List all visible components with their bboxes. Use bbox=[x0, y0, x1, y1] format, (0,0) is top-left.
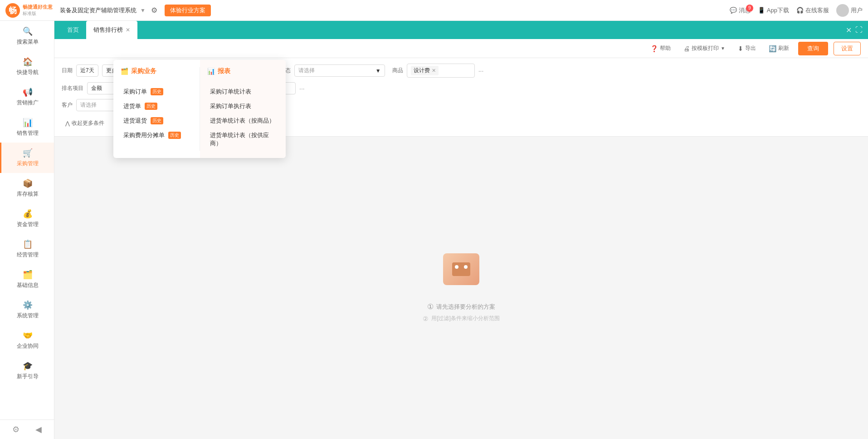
purchase-menu-section: 🗂️ 采购业务 采购订单 历史 进货单 历史 进货退货 历史 采购费用分摊单 bbox=[113, 60, 200, 158]
tab-expand-icon[interactable]: ⛶ bbox=[855, 26, 863, 34]
help-label: 帮助 bbox=[660, 44, 671, 52]
sidebar-item-quick-nav[interactable]: 🏠 快捷导航 bbox=[0, 51, 54, 82]
tab-close-all-icon[interactable]: ✕ bbox=[846, 26, 852, 35]
sidebar-label-purchase: 采购管理 bbox=[17, 160, 39, 168]
content-area: 首页 销售排行榜 ✕ ✕ ⛶ ❓ 帮助 🖨 按模板打印 ▼ ⬇ bbox=[54, 21, 868, 439]
report-section-icon: 📊 bbox=[207, 68, 215, 75]
tab-close-icon[interactable]: ✕ bbox=[126, 27, 130, 33]
doc-status-select[interactable]: 请选择 ▼ bbox=[294, 64, 385, 77]
goods-tag: 设计费 ✕ bbox=[411, 66, 439, 75]
sidebar-label-inventory: 库存核算 bbox=[17, 190, 39, 198]
staff-more-btn[interactable]: ··· bbox=[299, 85, 305, 92]
goods-tag-close[interactable]: ✕ bbox=[432, 68, 436, 74]
user-avatar bbox=[836, 4, 849, 17]
purchase-order-history-badge: 历史 bbox=[151, 88, 163, 95]
print-icon: 🖨 bbox=[683, 45, 690, 52]
system-title-area: 装备及固定资产辅助管理系统 ▼ ⚙ 体验行业方案 bbox=[60, 5, 730, 16]
sidebar-label-operation: 经营管理 bbox=[17, 251, 39, 259]
return-history-badge: 历史 bbox=[151, 117, 163, 124]
menu-item-incoming-stat-supplier[interactable]: 进货单统计表（按供应商） bbox=[207, 128, 279, 151]
user-btn[interactable]: 用户 bbox=[836, 4, 863, 17]
collapse-icon: ⋀ bbox=[65, 120, 70, 127]
goods-filter: 商品 设计费 ✕ ··· bbox=[392, 64, 484, 78]
logo-area: 畅 畅捷通好生意 标准版 bbox=[5, 3, 60, 18]
doc-status-placeholder: 请选择 bbox=[298, 67, 315, 74]
finance-icon: 💰 bbox=[23, 209, 33, 219]
export-label: 导出 bbox=[745, 44, 756, 52]
sidebar-label-enterprise: 企业协同 bbox=[17, 342, 39, 350]
help-btn[interactable]: ❓ 帮助 bbox=[647, 43, 674, 54]
purchase-section-title: 🗂️ 采购业务 bbox=[121, 67, 192, 79]
report-menu-section: 📊 报表 采购订单统计表 采购订单执行表 进货单统计表（按商品） 进货单统计表（… bbox=[200, 60, 286, 158]
empty-hint-1: ① 请先选择要分析的方案 bbox=[427, 302, 495, 311]
system-icon: ⚙️ bbox=[23, 300, 33, 310]
empty-hint-2-text: 用[过滤]条件来缩小分析范围 bbox=[431, 315, 500, 322]
sidebar-item-newbie[interactable]: 🎓 新手引导 bbox=[0, 355, 54, 386]
sidebar-label-sales: 销售管理 bbox=[17, 129, 39, 137]
sidebar-item-finance[interactable]: 💰 资金管理 bbox=[0, 203, 54, 234]
menu-item-incoming[interactable]: 进货单 历史 bbox=[121, 99, 192, 113]
menu-item-incoming-stat-goods[interactable]: 进货单统计表（按商品） bbox=[207, 113, 279, 128]
tab-sales-rank[interactable]: 销售排行榜 ✕ bbox=[86, 21, 137, 39]
sidebar-item-inventory[interactable]: 📦 库存核算 bbox=[0, 173, 54, 203]
sidebar-item-purchase[interactable]: 🛒 采购管理 bbox=[0, 143, 54, 173]
menu-item-expense[interactable]: 采购费用分摊单 历史 bbox=[121, 128, 192, 143]
industry-btn[interactable]: 体验行业方案 bbox=[165, 5, 211, 16]
purchase-order-label: 采购订单 bbox=[123, 88, 147, 96]
menu-item-purchase-order-exec[interactable]: 采购订单执行表 bbox=[207, 99, 279, 113]
incoming-history-badge: 历史 bbox=[145, 103, 157, 110]
online-service-btn[interactable]: 🎧 在线客服 bbox=[796, 6, 829, 15]
system-title: 装备及固定资产辅助管理系统 bbox=[60, 6, 137, 15]
return-label: 进货退货 bbox=[123, 117, 147, 125]
sidebar-item-system[interactable]: ⚙️ 系统管理 bbox=[0, 295, 54, 325]
sidebar-item-operation[interactable]: 📋 经营管理 bbox=[0, 234, 54, 264]
enterprise-icon: 🤝 bbox=[23, 330, 33, 340]
sidebar-label-finance: 资金管理 bbox=[17, 221, 39, 228]
print-dropdown-icon[interactable]: ▼ bbox=[721, 46, 725, 51]
tab-home[interactable]: 首页 bbox=[60, 21, 86, 39]
sidebar-item-sales[interactable]: 📊 销售管理 bbox=[0, 112, 54, 143]
sidebar-label-marketing: 营销推广 bbox=[17, 99, 39, 107]
menu-item-return[interactable]: 进货退货 历史 bbox=[121, 113, 192, 128]
goods-more-btn[interactable]: ··· bbox=[478, 67, 484, 74]
purchase-order-stat-label: 采购订单统计表 bbox=[210, 88, 251, 96]
sidebar-label-search: 搜索菜单 bbox=[17, 38, 39, 46]
tab-sales-rank-label: 销售排行榜 bbox=[93, 26, 123, 34]
menu-item-purchase-order-stat[interactable]: 采购订单统计表 bbox=[207, 84, 279, 99]
settings-icon[interactable]: ⚙ bbox=[151, 6, 157, 15]
sidebar-settings-icon[interactable]: ⚙ bbox=[12, 424, 20, 434]
sidebar-item-enterprise[interactable]: 🤝 企业协同 bbox=[0, 325, 54, 355]
sidebar-item-basic[interactable]: 🗂️ 基础信息 bbox=[0, 264, 54, 295]
sidebar-collapse-icon[interactable]: ◀ bbox=[35, 424, 42, 434]
incoming-stat-goods-label: 进货单统计表（按商品） bbox=[210, 117, 275, 125]
message-icon: 💬 bbox=[730, 7, 737, 14]
export-icon: ⬇ bbox=[738, 45, 743, 52]
phone-icon: 📱 bbox=[758, 7, 765, 14]
main-layout: 🔍 搜索菜单 🏠 快捷导航 📢 营销推广 📊 销售管理 🛒 采购管理 📦 库存核… bbox=[0, 21, 868, 439]
sidebar-item-marketing[interactable]: 📢 营销推广 bbox=[0, 82, 54, 112]
set-btn[interactable]: 设置 bbox=[834, 42, 861, 55]
menu-item-purchase-order[interactable]: 采购订单 历史 bbox=[121, 84, 192, 99]
goods-label: 商品 bbox=[392, 67, 403, 74]
headset-icon: 🎧 bbox=[796, 7, 804, 14]
customer-placeholder: 请选择 bbox=[80, 101, 97, 109]
print-btn[interactable]: 🖨 按模板打印 ▼ bbox=[680, 43, 729, 54]
message-btn[interactable]: 💬 消息 9 bbox=[730, 6, 751, 15]
logo-char: 畅 bbox=[9, 5, 17, 16]
query-btn[interactable]: 查询 bbox=[798, 42, 828, 55]
date-label: 日期 bbox=[62, 67, 73, 74]
empty-illustration bbox=[434, 253, 488, 299]
report-section-title: 📊 报表 bbox=[207, 67, 279, 79]
app-download-btn[interactable]: 📱 App下载 bbox=[758, 6, 789, 15]
refresh-btn[interactable]: 🔄 刷新 bbox=[765, 43, 793, 54]
date-quick-7[interactable]: 近7天 bbox=[76, 64, 98, 77]
title-dropdown-arrow[interactable]: ▼ bbox=[140, 7, 146, 14]
refresh-icon: 🔄 bbox=[769, 45, 776, 52]
operation-icon: 📋 bbox=[23, 239, 33, 249]
goods-select[interactable]: 设计费 ✕ bbox=[407, 64, 475, 78]
sidebar-item-search[interactable]: 🔍 搜索菜单 bbox=[0, 21, 54, 51]
basic-icon: 🗂️ bbox=[23, 270, 33, 280]
logo-title: 畅捷通好生意 bbox=[23, 4, 53, 10]
sidebar-label-newbie: 新手引导 bbox=[17, 373, 39, 380]
export-btn[interactable]: ⬇ 导出 bbox=[734, 43, 760, 54]
